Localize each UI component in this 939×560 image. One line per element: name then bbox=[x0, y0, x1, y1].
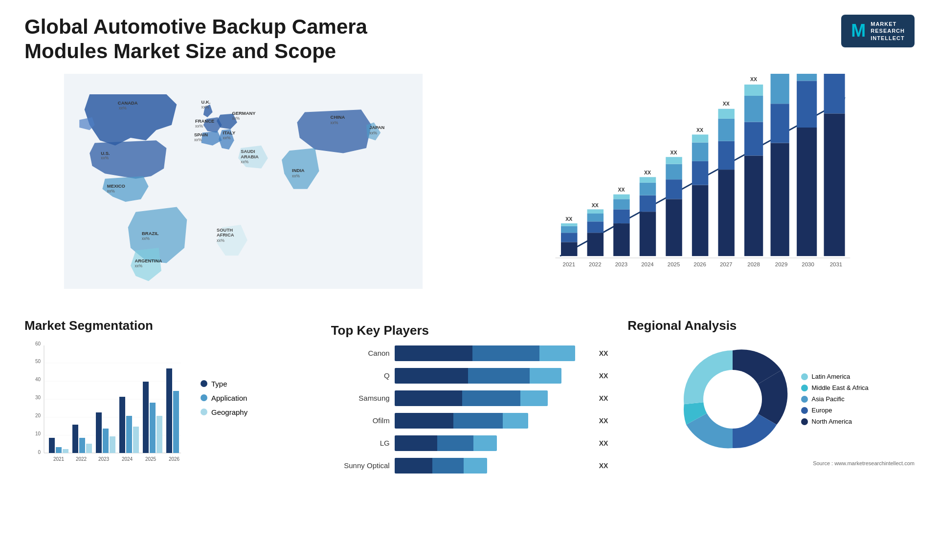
svg-rect-116 bbox=[79, 438, 85, 453]
svg-rect-70 bbox=[744, 122, 763, 155]
logo-container: M MARKET RESEARCH INTELLECT bbox=[841, 15, 915, 47]
svg-text:JAPAN: JAPAN bbox=[369, 125, 384, 130]
svg-text:xx%: xx% bbox=[292, 173, 300, 178]
svg-rect-90 bbox=[797, 81, 817, 128]
svg-text:2023: 2023 bbox=[98, 456, 110, 462]
bar-chart-svg: XX XX bbox=[477, 74, 915, 289]
svg-rect-85 bbox=[771, 143, 789, 256]
svg-rect-67 bbox=[718, 109, 734, 119]
svg-point-134 bbox=[703, 370, 762, 429]
svg-text:ARGENTINA: ARGENTINA bbox=[134, 258, 162, 263]
bar-chart-section: XX XX bbox=[477, 74, 915, 308]
svg-rect-50 bbox=[640, 195, 656, 211]
svg-text:2025: 2025 bbox=[145, 456, 156, 462]
svg-rect-35 bbox=[561, 233, 577, 242]
segmentation-chart: 0 10 20 30 40 50 60 bbox=[24, 341, 191, 477]
svg-rect-86 bbox=[771, 104, 789, 143]
svg-rect-87 bbox=[771, 74, 789, 104]
svg-rect-132 bbox=[173, 391, 179, 453]
regional-section: Regional Analysis bbox=[627, 318, 915, 485]
svg-text:FRANCE: FRANCE bbox=[195, 118, 214, 123]
geography-legend: Geography bbox=[201, 408, 247, 416]
donut-chart bbox=[674, 341, 791, 458]
svg-rect-59 bbox=[692, 185, 708, 256]
market-segmentation-section: Market Segmentation 0 10 20 30 40 50 60 bbox=[24, 318, 312, 485]
svg-text:XX: XX bbox=[565, 216, 572, 222]
logo-letter: M bbox=[851, 21, 866, 41]
svg-rect-54 bbox=[666, 199, 682, 256]
players-section: Top Key Players Canon XX Q bbox=[326, 318, 613, 485]
player-row-samsung: Samsung XX bbox=[331, 390, 608, 406]
svg-rect-64 bbox=[718, 170, 734, 256]
svg-text:xx%: xx% bbox=[142, 236, 150, 241]
svg-text:SAUDI: SAUDI bbox=[241, 149, 255, 154]
svg-rect-117 bbox=[86, 444, 92, 453]
canada-label: CANADA bbox=[118, 100, 138, 106]
segmentation-title: Market Segmentation bbox=[24, 318, 312, 333]
svg-rect-69 bbox=[744, 155, 763, 256]
svg-text:xx%: xx% bbox=[119, 106, 127, 110]
players-title: Top Key Players bbox=[331, 323, 608, 338]
svg-text:2029: 2029 bbox=[775, 261, 788, 267]
svg-text:XX: XX bbox=[723, 101, 730, 107]
svg-rect-51 bbox=[640, 183, 656, 195]
svg-rect-111 bbox=[49, 438, 55, 453]
regional-content: Latin America Middle East & Africa Asia … bbox=[674, 341, 869, 458]
svg-rect-112 bbox=[56, 447, 62, 453]
svg-rect-42 bbox=[587, 209, 604, 214]
north-america-legend: North America bbox=[801, 418, 869, 425]
svg-text:20: 20 bbox=[35, 413, 41, 418]
svg-text:2028: 2028 bbox=[747, 261, 760, 267]
svg-text:2021: 2021 bbox=[53, 456, 65, 462]
svg-rect-61 bbox=[692, 142, 708, 161]
player-row-canon: Canon XX bbox=[331, 345, 608, 361]
svg-rect-91 bbox=[797, 74, 817, 81]
svg-text:ARABIA: ARABIA bbox=[241, 154, 259, 159]
svg-text:INDIA: INDIA bbox=[292, 168, 305, 173]
svg-text:ITALY: ITALY bbox=[223, 129, 236, 135]
svg-text:xx%: xx% bbox=[369, 130, 377, 135]
svg-text:2026: 2026 bbox=[169, 456, 180, 462]
svg-rect-72 bbox=[744, 85, 763, 96]
svg-rect-125 bbox=[133, 427, 139, 453]
svg-rect-40 bbox=[587, 221, 604, 233]
svg-rect-34 bbox=[561, 242, 577, 256]
map-wrapper: CANADA xx% U.S. xx% MEXICO xx% BRAZIL xx… bbox=[24, 74, 462, 289]
player-row-sunny: Sunny Optical XX bbox=[331, 458, 608, 474]
svg-rect-46 bbox=[613, 199, 629, 209]
svg-text:xx%: xx% bbox=[107, 189, 115, 194]
svg-text:2022: 2022 bbox=[589, 261, 602, 267]
svg-text:xx%: xx% bbox=[331, 120, 338, 125]
svg-rect-44 bbox=[613, 223, 629, 256]
svg-text:SOUTH: SOUTH bbox=[217, 227, 233, 232]
svg-text:40: 40 bbox=[35, 377, 41, 382]
svg-rect-119 bbox=[96, 412, 102, 453]
svg-rect-49 bbox=[640, 212, 656, 256]
svg-text:XX: XX bbox=[750, 76, 757, 82]
latin-america-legend: Latin America bbox=[801, 373, 869, 380]
svg-text:2024: 2024 bbox=[641, 261, 654, 267]
svg-rect-89 bbox=[797, 128, 817, 256]
player-row-lg: LG XX bbox=[331, 435, 608, 451]
type-legend: Type bbox=[201, 380, 247, 388]
seg-legend: Type Application Geography bbox=[201, 380, 247, 477]
svg-text:2025: 2025 bbox=[668, 261, 680, 267]
svg-rect-93 bbox=[824, 113, 845, 256]
svg-text:xx%: xx% bbox=[241, 159, 248, 164]
svg-text:2021: 2021 bbox=[563, 261, 576, 267]
svg-rect-127 bbox=[143, 382, 149, 453]
svg-rect-36 bbox=[561, 226, 577, 233]
svg-rect-115 bbox=[72, 425, 78, 453]
svg-text:XX: XX bbox=[696, 127, 703, 132]
map-section: CANADA xx% U.S. xx% MEXICO xx% BRAZIL xx… bbox=[24, 74, 462, 308]
regional-legend: Latin America Middle East & Africa Asia … bbox=[801, 373, 869, 425]
player-row-q: Q XX bbox=[331, 368, 608, 384]
svg-rect-121 bbox=[110, 436, 115, 453]
svg-text:CHINA: CHINA bbox=[331, 114, 345, 120]
asia-pacific-legend: Asia Pacific bbox=[801, 395, 869, 403]
svg-rect-123 bbox=[119, 397, 125, 453]
svg-text:0: 0 bbox=[38, 450, 41, 455]
svg-text:xx%: xx% bbox=[194, 137, 202, 142]
europe-legend: Europe bbox=[801, 407, 869, 414]
svg-rect-60 bbox=[692, 161, 708, 185]
